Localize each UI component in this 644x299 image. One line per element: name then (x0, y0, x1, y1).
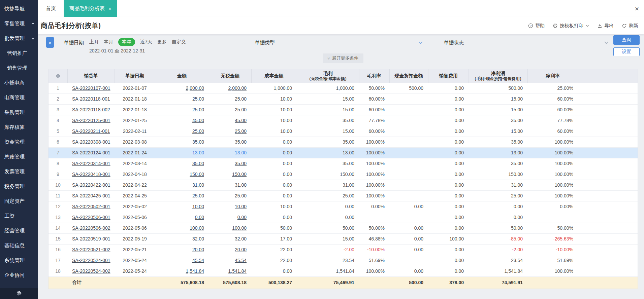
column-header[interactable]: 销货单 (67, 69, 115, 83)
sale-order-link[interactable]: SA-20220418-001 (67, 169, 115, 180)
sidebar-item-retail-mgmt[interactable]: 零售管理 (0, 16, 38, 31)
amount[interactable]: 20.00 (155, 244, 209, 255)
table-row-2[interactable]: 2SA-20220118-0012022-01-1825.0025.0010.0… (49, 94, 638, 104)
tax-free-amount[interactable]: 0.00 (209, 212, 251, 223)
doc-status-select[interactable] (467, 37, 610, 47)
tax-free-amount[interactable]: 35.00 (209, 137, 251, 147)
refresh-button[interactable]: 刷新 (622, 23, 638, 29)
quick-range-option[interactable]: 上月 (89, 39, 99, 45)
sidebar-item-sales-mgmt[interactable]: 销售管理 (0, 61, 38, 75)
tax-free-amount[interactable]: 25.00 (209, 104, 251, 115)
tax-free-amount[interactable]: 25.00 (209, 94, 251, 104)
amount[interactable]: 1,541.84 (155, 266, 209, 276)
sale-order-link[interactable]: SA-20220521-002 (67, 244, 115, 255)
column-header[interactable]: 毛利率 (359, 69, 389, 83)
quick-range-option[interactable]: 近7天 (140, 39, 152, 45)
sidebar-item-enterprise-collab[interactable]: 企业协同 (0, 268, 38, 283)
tax-free-amount[interactable]: 100.00 (209, 223, 251, 233)
sidebar-item-xiaochang-ec[interactable]: 小畅电商 (0, 75, 38, 90)
table-row-9[interactable]: 9SA-20220418-0012022-04-18150.00150.000.… (49, 169, 638, 180)
tax-free-amount[interactable]: 45.54 (209, 255, 251, 266)
search-button[interactable]: 查询 (613, 35, 640, 45)
sidebar-item-fund-mgmt[interactable]: 资金管理 (0, 135, 38, 149)
help-button[interactable]: ? 帮助 (528, 23, 545, 29)
amount[interactable]: 35.00 (155, 137, 209, 147)
table-row-8[interactable]: 8SA-20220314-0012022-03-1435.0035.000.00… (49, 158, 638, 169)
column-header[interactable]: 销售费用 (428, 69, 469, 83)
sale-order-link[interactable]: SA-20220314-001 (67, 158, 115, 169)
table-row-18[interactable]: 18SA-20220524-0022022-05-241,541.841,541… (49, 266, 638, 276)
tax-free-amount[interactable]: 2,000.00 (209, 83, 251, 94)
sale-order-link[interactable]: SA-20220506-001 (67, 212, 115, 223)
table-row-3[interactable]: 3SA-20220118-0022022-01-1825.0025.0010.0… (49, 104, 638, 115)
column-header[interactable]: 净利率 (527, 69, 578, 83)
column-header[interactable]: 单据日期 (115, 69, 155, 83)
sale-order-link[interactable]: SA-20220502-001 (67, 201, 115, 212)
sale-order-link[interactable]: SA-20220308-001 (67, 137, 115, 147)
tax-free-amount[interactable]: 25.00 (209, 190, 251, 201)
sidebar-item-basic-info[interactable]: 基础信息 (0, 238, 38, 253)
quick-range-option[interactable]: 本年 (118, 38, 135, 46)
amount[interactable]: 150.00 (155, 169, 209, 180)
doc-type-select[interactable] (278, 37, 424, 47)
tax-free-amount[interactable]: 150.00 (209, 169, 251, 180)
amount[interactable]: 45.54 (155, 255, 209, 266)
column-header[interactable]: 金额 (155, 69, 209, 83)
sale-order-link[interactable]: SA-20220524-001 (67, 255, 115, 266)
sale-order-link[interactable]: SA-20220118-002 (67, 104, 115, 115)
window-close-icon[interactable]: × (635, 5, 639, 12)
tax-free-amount[interactable]: 32.00 (209, 233, 251, 244)
tax-free-amount[interactable]: 31.00 (209, 180, 251, 190)
tab-product-profit-analysis[interactable]: 商品毛利分析表 × (64, 0, 117, 17)
sidebar-item-marketing-promo[interactable]: 营销推广 (0, 46, 38, 61)
sale-order-link[interactable]: SA-20220422-001 (67, 180, 115, 190)
column-header[interactable]: 成本金额 (251, 69, 297, 83)
amount[interactable]: 2,000.00 (155, 83, 209, 94)
table-row-17[interactable]: 17SA-20220524-0012022-05-2445.5445.5422.… (49, 255, 638, 266)
sale-order-link[interactable]: SA-20220125-001 (67, 115, 115, 126)
sidebar-item-ecommerce-mgmt[interactable]: 电商管理 (0, 90, 38, 105)
sidebar-item-invoice-mgmt[interactable]: 发票管理 (0, 164, 38, 179)
column-header[interactable]: 无税金额 (209, 69, 251, 83)
collapse-filter-button[interactable]: » (46, 37, 54, 48)
amount[interactable]: 25.00 (155, 126, 209, 137)
table-row-4[interactable]: 4SA-20220125-0012022-01-2545.0045.0010.0… (49, 115, 638, 126)
sale-order-link[interactable]: SA-20220519-001 (67, 233, 115, 244)
export-button[interactable]: 导出 (597, 23, 614, 29)
table-row-7[interactable]: 7SA-20220124-0012022-01-2413.0013.000.00… (49, 147, 638, 158)
tab-close-icon[interactable]: × (108, 6, 111, 11)
tax-free-amount[interactable]: 45.00 (209, 115, 251, 126)
table-row-14[interactable]: 14SA-20220506-0022022-05-06100.00100.005… (49, 223, 638, 233)
sale-order-link[interactable]: SA-20220118-001 (67, 94, 115, 104)
column-header[interactable]: 现金折扣金额 (389, 69, 428, 83)
table-row-12[interactable]: 12SA-20220502-0012022-05-0210.0010.0010.… (49, 201, 638, 212)
table-row-1[interactable]: 1SA-20220107-0012022-01-072,000.002,000.… (49, 83, 638, 94)
print-by-template-button[interactable]: 按模板打印 (553, 23, 589, 29)
quick-range-option[interactable]: 更多 (157, 39, 167, 45)
tax-free-amount[interactable]: 20.00 (209, 244, 251, 255)
table-row-6[interactable]: 6SA-20220308-0012022-03-0835.0035.000.00… (49, 137, 638, 147)
quick-range-option[interactable]: 本月 (104, 39, 113, 45)
table-row-11[interactable]: 11SA-20220425-0012022-04-2525.0025.000.0… (49, 190, 638, 201)
amount[interactable]: 35.00 (155, 158, 209, 169)
table-row-5[interactable]: 5SA-20220211-0012022-02-1125.0025.0010.0… (49, 126, 638, 137)
tax-free-amount[interactable]: 10.00 (209, 201, 251, 212)
tax-free-amount[interactable]: 35.00 (209, 158, 251, 169)
amount[interactable]: 25.00 (155, 190, 209, 201)
expand-more-button[interactable]: » 展开更多条件 (323, 53, 363, 63)
column-header[interactable]: 净利润（毛利-现金折扣-销售费用） (469, 69, 527, 83)
amount[interactable]: 13.00 (155, 147, 209, 158)
sale-order-link[interactable]: SA-20220211-001 (67, 126, 115, 137)
sale-order-link[interactable]: SA-20220124-001 (67, 147, 115, 158)
table-row-15[interactable]: 15SA-20220519-0012022-05-1932.0032.0017.… (49, 233, 638, 244)
tax-free-amount[interactable]: 25.00 (209, 126, 251, 137)
tab-home[interactable]: 首页 (38, 0, 64, 17)
amount[interactable]: 31.00 (155, 180, 209, 190)
tax-free-amount[interactable]: 13.00 (209, 147, 251, 158)
quick-range-option[interactable]: 自定义 (172, 39, 186, 45)
sidebar-item-payroll[interactable]: 工资 (0, 209, 38, 223)
sidebar-item-tax-mgmt[interactable]: 税务管理 (0, 179, 38, 194)
amount[interactable]: 25.00 (155, 104, 209, 115)
sidebar-item-inventory-accounting[interactable]: 库存核算 (0, 120, 38, 135)
sale-order-link[interactable]: SA-20220524-002 (67, 266, 115, 276)
